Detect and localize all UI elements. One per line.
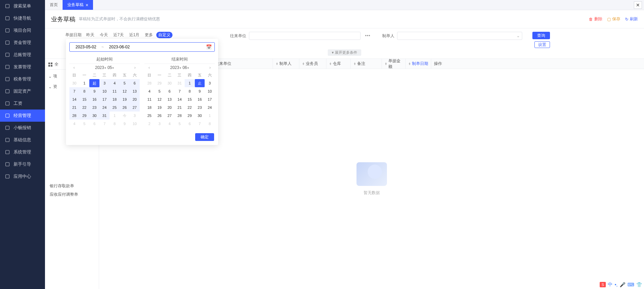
day-cell[interactable]: 12 bbox=[155, 95, 165, 103]
day-cell[interactable]: 31 bbox=[175, 79, 185, 87]
day-cell[interactable]: 27 bbox=[130, 103, 140, 112]
day-cell[interactable]: 26 bbox=[120, 103, 130, 112]
sidebar-item-4[interactable]: 总账管理 bbox=[0, 49, 45, 61]
day-cell[interactable]: 6 bbox=[130, 79, 140, 87]
expand-filters-button[interactable]: ▾ 展开更多条件 bbox=[328, 49, 361, 56]
day-cell[interactable]: 30 bbox=[89, 112, 99, 120]
sidebar-item-6[interactable]: 税务管理 bbox=[0, 73, 45, 85]
start-date-input[interactable] bbox=[72, 45, 99, 49]
sidebar-item-14[interactable]: 应用中心 bbox=[0, 170, 45, 183]
day-cell[interactable]: 10 bbox=[205, 87, 215, 95]
sidebar-item-13[interactable]: 新手引导 bbox=[0, 158, 45, 170]
day-cell[interactable]: 15 bbox=[185, 95, 195, 103]
col-5[interactable]: ▲▼仓库 bbox=[326, 59, 351, 69]
day-cell[interactable]: 16 bbox=[89, 95, 99, 103]
day-cell[interactable]: 25 bbox=[110, 103, 120, 112]
day-cell[interactable]: 23 bbox=[89, 103, 99, 112]
next-month-button-2[interactable]: › bbox=[207, 65, 213, 70]
day-cell[interactable]: 6 bbox=[89, 120, 99, 128]
day-cell[interactable]: 10 bbox=[99, 87, 110, 95]
col-2[interactable]: ▲▼往来单位 bbox=[209, 59, 273, 69]
partner-select[interactable] bbox=[249, 32, 361, 40]
partner-more[interactable]: ••• bbox=[363, 33, 372, 39]
day-cell[interactable]: 5 bbox=[79, 120, 90, 128]
day-cell[interactable]: 25 bbox=[144, 112, 155, 120]
maker-select[interactable]: ⌄ bbox=[397, 32, 522, 40]
col-8[interactable]: ▲▼制单日期 bbox=[406, 59, 431, 69]
tab-1[interactable]: 业务草稿× bbox=[63, 0, 93, 10]
sidebar-item-5[interactable]: 发票管理 bbox=[0, 61, 45, 73]
sidebar-item-9[interactable]: 经营管理 bbox=[0, 110, 45, 122]
day-cell[interactable]: 14 bbox=[175, 95, 185, 103]
quick-chip-4[interactable]: 更多 bbox=[143, 32, 155, 38]
col-3[interactable]: ▲▼制单人 bbox=[273, 59, 299, 69]
day-cell[interactable]: 4 bbox=[110, 79, 120, 87]
ime-skin-icon[interactable]: 👕 bbox=[636, 282, 642, 287]
refresh-action[interactable]: ↻刷新 bbox=[625, 16, 638, 22]
day-cell[interactable]: 29 bbox=[155, 79, 165, 87]
day-cell[interactable]: 1 bbox=[79, 79, 90, 87]
day-cell[interactable]: 5 bbox=[120, 79, 130, 87]
day-cell[interactable]: 28 bbox=[175, 112, 185, 120]
right-month[interactable]: 06 bbox=[183, 65, 189, 70]
day-cell[interactable]: 22 bbox=[185, 103, 195, 112]
col-4[interactable]: ▲▼业务员 bbox=[299, 59, 326, 69]
day-cell[interactable]: 26 bbox=[155, 112, 165, 120]
day-cell[interactable]: 5 bbox=[175, 120, 185, 128]
ime-punct-icon[interactable]: •, bbox=[615, 282, 618, 287]
day-cell[interactable]: 9 bbox=[120, 120, 130, 128]
day-cell[interactable]: 16 bbox=[195, 95, 205, 103]
sidebar-item-7[interactable]: 固定资产 bbox=[0, 85, 45, 97]
right-year[interactable]: 2023 bbox=[170, 65, 181, 70]
day-cell[interactable]: 31 bbox=[99, 112, 110, 120]
query-button[interactable]: 查询 bbox=[532, 32, 550, 39]
day-cell[interactable]: 6 bbox=[164, 87, 175, 95]
left-month[interactable]: 05 bbox=[108, 65, 114, 70]
sidebar-item-3[interactable]: 资金管理 bbox=[0, 37, 45, 49]
lp-item-0[interactable]: 银行存取款单 bbox=[48, 182, 95, 190]
day-cell[interactable]: 8 bbox=[110, 120, 120, 128]
sidebar-item-1[interactable]: 快捷导航 bbox=[0, 12, 45, 24]
lp-item-1[interactable]: 应收应付调整单 bbox=[48, 190, 95, 199]
day-cell[interactable]: 18 bbox=[144, 103, 155, 112]
day-cell[interactable]: 7 bbox=[69, 87, 79, 95]
day-cell[interactable]: 3 bbox=[155, 120, 165, 128]
day-cell[interactable]: 14 bbox=[69, 95, 79, 103]
settings-button[interactable]: 设置 bbox=[534, 41, 550, 48]
day-cell[interactable]: 28 bbox=[69, 112, 79, 120]
day-cell[interactable]: 20 bbox=[164, 103, 175, 112]
day-cell[interactable]: 23 bbox=[195, 103, 205, 112]
tab-0[interactable]: 首页 bbox=[45, 0, 63, 10]
day-cell[interactable]: 8 bbox=[185, 87, 195, 95]
day-cell[interactable]: 24 bbox=[205, 103, 215, 112]
day-cell[interactable]: 22 bbox=[79, 103, 90, 112]
day-cell[interactable]: 4 bbox=[164, 120, 175, 128]
day-cell[interactable]: 29 bbox=[79, 112, 90, 120]
day-cell[interactable]: 起 bbox=[89, 79, 99, 87]
prev-month-button-2[interactable]: ‹ bbox=[146, 65, 152, 70]
sidebar-item-2[interactable]: 项目合同 bbox=[0, 24, 45, 37]
day-cell[interactable]: 止 bbox=[195, 79, 205, 87]
ime-badge[interactable]: S bbox=[600, 282, 606, 287]
sidebar-item-12[interactable]: 系统管理 bbox=[0, 146, 45, 158]
day-cell[interactable]: 28 bbox=[144, 79, 155, 87]
left-year[interactable]: 2023 bbox=[95, 65, 106, 70]
day-cell[interactable]: 20 bbox=[130, 95, 140, 103]
day-cell[interactable]: 15 bbox=[79, 95, 90, 103]
day-cell[interactable]: 4 bbox=[69, 120, 79, 128]
day-cell[interactable]: 4 bbox=[144, 87, 155, 95]
quick-chip-5[interactable]: 自定义 bbox=[156, 32, 172, 38]
close-icon[interactable]: × bbox=[86, 2, 88, 8]
day-cell[interactable]: 2 bbox=[144, 120, 155, 128]
ime-lang[interactable]: 中 bbox=[608, 282, 613, 288]
tab-close-button[interactable]: ✕ bbox=[634, 1, 642, 9]
day-cell[interactable]: 29 bbox=[185, 112, 195, 120]
quick-chip-0[interactable]: 昨天 bbox=[84, 32, 96, 38]
day-cell[interactable]: 今 bbox=[120, 112, 130, 120]
day-cell[interactable]: 5 bbox=[155, 87, 165, 95]
col-7[interactable]: ▲▼单据金额 bbox=[382, 59, 406, 69]
day-cell[interactable]: 17 bbox=[205, 95, 215, 103]
day-cell[interactable]: 13 bbox=[130, 87, 140, 95]
col-6[interactable]: ▲▼备注 bbox=[351, 59, 382, 69]
ime-mic-icon[interactable]: 🎤 bbox=[620, 282, 625, 287]
